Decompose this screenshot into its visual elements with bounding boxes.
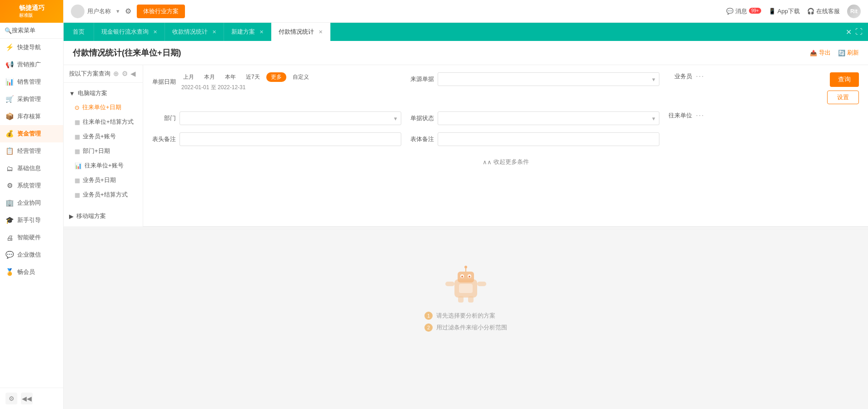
- date-option-this-month[interactable]: 本月: [200, 72, 219, 82]
- sidebar-item-system[interactable]: ⚙ 系统管理: [0, 177, 63, 194]
- page-header: 付款情况统计(往来单位+日期) 📤 导出 🔄 刷新: [64, 41, 868, 65]
- filter-counterpart: 往来单位 ···: [668, 111, 818, 120]
- scheme-settings-btn[interactable]: ⚙: [122, 70, 128, 78]
- counterpart-dots[interactable]: ···: [696, 111, 704, 120]
- vip-label: 畅会员: [17, 268, 35, 276]
- bill-status-select[interactable]: [438, 111, 659, 125]
- sidebar-item-wechat[interactable]: 💬 企业微信: [0, 246, 63, 263]
- bill-status-label: 单据状态: [410, 114, 434, 122]
- sidebar-item-hardware[interactable]: 🖨 智能硬件: [0, 229, 63, 246]
- tab-new-scheme[interactable]: 新建方案✕: [224, 23, 271, 41]
- trial-btn[interactable]: 体验行业方案: [137, 5, 185, 18]
- online-service-label: 在线客服: [816, 7, 840, 15]
- sidebar-item-sales[interactable]: 📊 销售管理: [0, 73, 63, 91]
- messages-btn[interactable]: 💬 消息 99+: [726, 7, 761, 15]
- hardware-icon: 🖨: [5, 233, 14, 242]
- app-download-btn[interactable]: 📱 App下载: [768, 7, 800, 15]
- section-chevron-mobile: ▶: [69, 213, 74, 220]
- section-label-mobile: 移动端方案: [76, 212, 106, 220]
- filter-table-body-note: 表体备注: [410, 132, 659, 146]
- sidebar-item-marketing[interactable]: 📢 营销推广: [0, 56, 63, 73]
- sidebar-item-purchase[interactable]: 🛒 采购管理: [0, 91, 63, 108]
- sidebar-item-operations[interactable]: 📋 经营管理: [0, 142, 63, 160]
- close-payment-stats-btn[interactable]: ✕: [319, 29, 323, 35]
- collapse-scheme-btn[interactable]: ◀: [130, 70, 136, 78]
- export-btn[interactable]: 📤 导出: [810, 49, 831, 57]
- salesman-settlement-scheme-label: 业务员+结算方式: [83, 191, 128, 199]
- scheme-item-counterpart-account[interactable]: 📊 往来单位+账号: [64, 158, 143, 173]
- sidebar-collapse-btn[interactable]: ◀◀: [21, 393, 33, 404]
- dept-label: 部门: [152, 114, 176, 122]
- date-option-custom[interactable]: 自定义: [289, 72, 313, 82]
- sidebar-item-enterprise[interactable]: 🏢 企业协同: [0, 194, 63, 212]
- dept-select[interactable]: [180, 111, 401, 125]
- close-tab-btn[interactable]: ✕: [846, 28, 852, 36]
- enterprise-label: 企业协同: [17, 199, 41, 207]
- table-header-note-label: 表头备注: [152, 135, 176, 143]
- topbar-gear-icon[interactable]: ⚙: [125, 7, 131, 15]
- table-body-note-input[interactable]: [438, 132, 659, 146]
- sidebar-item-capital[interactable]: 💰 资金管理: [0, 125, 63, 142]
- sidebar-item-basic-info[interactable]: 🗂 基础信息: [0, 160, 63, 177]
- search-menu[interactable]: 🔍 搜索菜单: [0, 23, 63, 39]
- sidebar-item-inventory[interactable]: 📦 库存核算: [0, 108, 63, 125]
- date-option-this-year[interactable]: 本年: [221, 72, 239, 82]
- basic-info-icon: 🗂: [5, 164, 14, 172]
- guide-icon: 🎓: [5, 216, 14, 224]
- online-service-btn[interactable]: 🎧 在线客服: [807, 7, 840, 15]
- date-option-last-7-days[interactable]: 近7天: [242, 72, 264, 82]
- tip-text-2: 用过滤条件来缩小分析范围: [436, 323, 507, 332]
- user-avatar[interactable]: Rit: [847, 5, 861, 18]
- date-option-last-month[interactable]: 上月: [180, 72, 198, 82]
- tab-collection-stats[interactable]: 收款情况统计✕: [165, 23, 224, 41]
- refresh-btn[interactable]: 🔄 刷新: [838, 49, 859, 57]
- scheme-item-dept-date[interactable]: ▦ 部门+日期: [64, 144, 143, 158]
- collapse-more-btn[interactable]: ∧∧ 收起更多条件: [152, 153, 859, 171]
- sidebar-item-vip[interactable]: 🏅 畅会员: [0, 263, 63, 281]
- empty-tip-2: 2 用过滤条件来缩小分析范围: [424, 323, 507, 332]
- sales-label: 销售管理: [17, 78, 41, 86]
- operations-icon: 📋: [5, 147, 14, 155]
- close-new-scheme-btn[interactable]: ✕: [259, 29, 264, 35]
- sidebar-item-guide[interactable]: 🎓 新手引导: [0, 212, 63, 229]
- query-button-col: 查询 设置: [827, 72, 859, 104]
- source-bill-select[interactable]: [438, 72, 659, 86]
- date-option-more[interactable]: 更多: [266, 72, 286, 82]
- empty-illustration: [443, 263, 489, 304]
- profile-dropdown-icon[interactable]: [116, 8, 120, 15]
- salesman-dots[interactable]: ···: [696, 72, 704, 81]
- tab-cash-flow[interactable]: 现金银行流水查询✕: [94, 23, 165, 41]
- system-icon: ⚙: [5, 182, 14, 190]
- settings-btn[interactable]: 设置: [827, 91, 859, 104]
- table-header-note-input[interactable]: [180, 132, 401, 146]
- counterpart-account-scheme-icon: 📊: [75, 162, 82, 169]
- scheme-item-counterpart-date[interactable]: ⊙ 往来单位+日期: [64, 100, 143, 115]
- sidebar-item-quick-nav[interactable]: ⚡ 快捷导航: [0, 39, 63, 56]
- add-scheme-btn[interactable]: ⊕: [113, 70, 119, 78]
- counterpart-label: 往来单位: [668, 111, 692, 120]
- counterpart-date-scheme-icon: ⊙: [75, 104, 80, 111]
- salesman-settlement-scheme-icon: ▦: [75, 192, 80, 198]
- tab-payment-stats-label: 付款情况统计: [279, 28, 314, 36]
- purchase-icon: 🛒: [5, 95, 14, 103]
- scheme-item-counterpart-settlement[interactable]: ▦ 往来单位+结算方式: [64, 115, 143, 129]
- svg-rect-10: [458, 296, 464, 303]
- salesman-date-scheme-icon: ▦: [75, 177, 80, 184]
- salesman-label: 业务员: [668, 72, 692, 81]
- sidebar-settings-btn[interactable]: ⚙: [5, 393, 17, 404]
- scheme-item-salesman-settlement[interactable]: ▦ 业务员+结算方式: [64, 187, 143, 202]
- query-btn[interactable]: 查询: [830, 72, 859, 87]
- tab-home[interactable]: 首页: [64, 23, 94, 41]
- refresh-label: 刷新: [847, 49, 859, 57]
- maximize-btn[interactable]: ⛶: [855, 28, 863, 36]
- scheme-item-salesman-account[interactable]: ▦ 业务员+账号: [64, 129, 143, 144]
- tabbar-actions: ✕ ⛶: [846, 28, 868, 36]
- scheme-item-salesman-date[interactable]: ▦ 业务员+日期: [64, 173, 143, 187]
- tab-payment-stats[interactable]: 付款情况统计✕: [271, 23, 330, 41]
- page-header-actions: 📤 导出 🔄 刷新: [810, 49, 859, 57]
- scheme-section-header-pc[interactable]: ▼ 电脑端方案: [64, 86, 143, 100]
- close-collection-stats-btn[interactable]: ✕: [212, 29, 216, 35]
- close-cash-flow-btn[interactable]: ✕: [153, 29, 157, 35]
- topbar-profile[interactable]: 用户名称: [71, 5, 111, 18]
- scheme-section-header-mobile[interactable]: ▶ 移动端方案: [64, 209, 143, 223]
